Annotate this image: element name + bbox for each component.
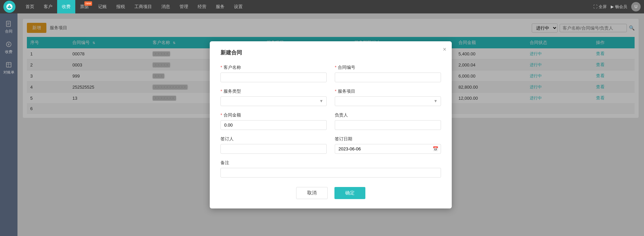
confirm-button[interactable]: 确定	[334, 187, 365, 199]
remark-label: 备注	[220, 160, 441, 166]
contract-no-input[interactable]	[335, 73, 441, 82]
form-row-service-type: * 服务类型 ▼	[220, 88, 327, 106]
fullscreen-button[interactable]: ⛶ 全屏	[593, 4, 607, 10]
new-badge: new	[84, 1, 92, 6]
play-icon: ▶	[611, 4, 614, 9]
service-item-select[interactable]	[335, 96, 441, 106]
nav-manage[interactable]: 管理	[175, 0, 193, 13]
nav-business[interactable]: 工商项目	[130, 0, 157, 13]
nav-tax[interactable]: 报税	[112, 0, 130, 13]
nav-customer[interactable]: 客户	[39, 0, 57, 13]
avatar[interactable]: U	[631, 2, 641, 11]
nav-home[interactable]: 首页	[21, 0, 39, 13]
logo	[3, 1, 15, 13]
form-row-service-item: * 服务项目 ▼	[335, 88, 441, 106]
form-row-sign-date: 签订日期 2023-06-06 📅	[335, 136, 441, 154]
nav-bookkeeping[interactable]: 记账	[93, 0, 112, 13]
sign-date-label: 签订日期	[335, 136, 441, 142]
sidebar: 合同 ¥ 收费 对账单	[0, 13, 17, 236]
nav-service[interactable]: 服务	[211, 0, 229, 13]
new-contract-modal: × 新建合同 * 客户名称 * 合同编号	[210, 41, 452, 208]
cancel-button[interactable]: 取消	[296, 187, 328, 199]
sign-date-wrap: 2023-06-06 📅	[335, 144, 441, 154]
modal-close-button[interactable]: ×	[443, 46, 446, 53]
responsible-input[interactable]	[335, 120, 441, 130]
service-type-label: * 服务类型	[220, 88, 327, 94]
vip-button[interactable]: ▶ 畅会员	[611, 4, 627, 10]
top-nav: 首页 客户 收费 票据 new 记账 报税 工商项目 消息 管理 经营 服务 设…	[0, 0, 644, 13]
signer-label: 签订人	[220, 136, 327, 142]
customer-name-input[interactable]	[220, 73, 327, 82]
nav-settings[interactable]: 设置	[229, 0, 247, 13]
nav-fee[interactable]: 收费	[57, 0, 75, 13]
contract-no-label: * 合同编号	[335, 64, 441, 70]
customer-name-label: * 客户名称	[220, 64, 327, 70]
sign-date-input[interactable]: 2023-06-06	[335, 144, 441, 154]
modal-title: 新建合同	[220, 49, 441, 56]
fee-icon: ¥	[5, 41, 12, 48]
sidebar-item-fee[interactable]: ¥ 收费	[0, 37, 17, 58]
nav-operation[interactable]: 经营	[193, 0, 211, 13]
nav-right: ⛶ 全屏 ▶ 畅会员 U	[593, 2, 641, 11]
nav-items: 首页 客户 收费 票据 new 记账 报税 工商项目 消息 管理 经营 服务 设…	[21, 0, 593, 13]
form-row-amount: * 合同金额 0.00	[220, 112, 327, 130]
service-type-select[interactable]	[220, 96, 327, 106]
form-row-responsible: 负责人	[335, 112, 441, 130]
modal-overlay: × 新建合同 * 客户名称 * 合同编号	[17, 13, 644, 236]
nav-invoice[interactable]: 票据 new	[75, 0, 93, 13]
reconciliation-icon	[5, 61, 12, 68]
service-item-select-wrap: ▼	[335, 96, 441, 106]
nav-message[interactable]: 消息	[157, 0, 175, 13]
responsible-label: 负责人	[335, 112, 441, 118]
svg-rect-6	[6, 62, 11, 67]
sidebar-item-reconciliation[interactable]: 对账单	[0, 58, 17, 78]
form-row-signer: 签订人	[220, 136, 327, 154]
svg-text:¥: ¥	[7, 43, 10, 46]
service-type-select-wrap: ▼	[220, 96, 327, 106]
form-row-contract-no: * 合同编号	[335, 64, 441, 82]
amount-label: * 合同金额	[220, 112, 327, 118]
modal-footer: 取消 确定	[220, 187, 441, 199]
signer-input[interactable]	[220, 144, 327, 154]
form-row-remark: 备注	[220, 160, 441, 178]
amount-input[interactable]: 0.00	[220, 120, 327, 130]
contract-icon	[5, 20, 12, 28]
fullscreen-icon: ⛶	[593, 4, 597, 9]
sidebar-item-contract[interactable]: 合同	[0, 17, 17, 37]
form-row-customer-name: * 客户名称	[220, 64, 327, 82]
remark-input[interactable]	[220, 168, 441, 178]
service-item-label: * 服务项目	[335, 88, 441, 94]
form-grid: * 客户名称 * 合同编号 * 服务类型	[220, 64, 441, 154]
